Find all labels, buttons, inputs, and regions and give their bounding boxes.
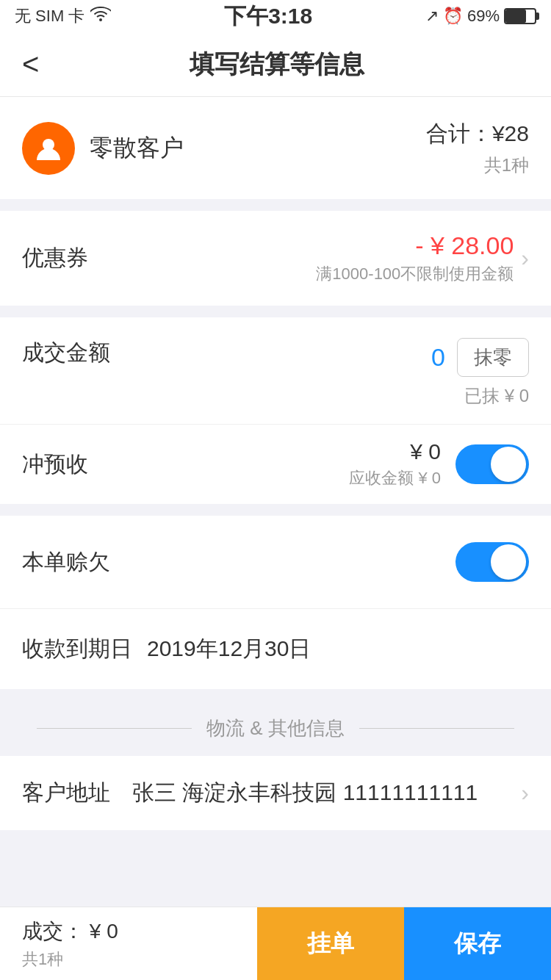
amount-right: 0 抹零: [431, 338, 529, 377]
address-section[interactable]: 客户地址 张三 海淀永丰科技园 11111111111 ›: [0, 756, 551, 830]
customer-section: 零散客户 合计：¥28 共1种: [0, 97, 551, 199]
address-value: 张三 海淀永丰科技园 11111111111: [132, 778, 521, 808]
debt-label: 本单赊欠: [22, 547, 110, 577]
bottom-spacer: [0, 842, 551, 915]
due-date-label: 收款到期日: [22, 634, 132, 664]
nav-bar: < 填写结算等信息: [0, 32, 551, 97]
customer-name: 零散客户: [90, 132, 184, 165]
debt-row: 本单赊欠: [0, 516, 551, 608]
round-button[interactable]: 抹零: [457, 338, 529, 377]
amount-value[interactable]: 0: [431, 343, 445, 372]
battery-percent: 69%: [467, 7, 500, 26]
save-button[interactable]: 保存: [404, 907, 551, 980]
customer-row: 零散客户 合计：¥28 共1种: [0, 97, 551, 199]
advance-amount-wrap: ¥ 0 应收金额 ¥ 0: [349, 439, 441, 489]
wifi-icon: [90, 7, 111, 26]
advance-sub: 应收金额 ¥ 0: [349, 467, 441, 489]
advance-label: 冲预收: [22, 450, 88, 480]
total-amount: 合计：¥28: [426, 119, 529, 149]
back-button[interactable]: <: [22, 48, 54, 81]
divider-1: [0, 689, 551, 701]
coupon-discount: - ¥ 28.00: [316, 231, 514, 260]
amount-label: 成交金额: [22, 338, 110, 368]
coupon-right: - ¥ 28.00 满1000-100不限制使用金额 ›: [316, 231, 529, 285]
amount-sub: 已抹 ¥ 0: [0, 384, 551, 424]
status-right: ↗ ⏰ 69%: [425, 7, 536, 26]
status-bar: 无 SIM 卡 下午3:18 ↗ ⏰ 69%: [0, 0, 551, 32]
coupon-row[interactable]: 优惠券 - ¥ 28.00 满1000-100不限制使用金额 ›: [0, 211, 551, 306]
amount-row: 成交金额 0 抹零: [0, 317, 551, 384]
customer-total: 合计：¥28 共1种: [426, 119, 529, 177]
transaction-section: 成交金额 0 抹零 已抹 ¥ 0 冲预收 ¥ 0 应收金额 ¥ 0: [0, 317, 551, 504]
due-date-value: 2019年12月30日: [147, 634, 311, 664]
coupon-desc: 满1000-100不限制使用金额: [316, 263, 514, 285]
advance-row: 冲预收 ¥ 0 应收金额 ¥ 0: [0, 424, 551, 504]
coupon-label: 优惠券: [22, 243, 88, 273]
alarm-icon: ⏰: [443, 7, 463, 26]
address-chevron-icon: ›: [521, 779, 529, 807]
logistics-header: 物流 & 其他信息: [0, 701, 551, 756]
advance-toggle-knob: [491, 447, 526, 482]
debt-section: 本单赊欠 收款到期日 2019年12月30日: [0, 516, 551, 689]
page-title: 填写结算等信息: [54, 48, 500, 82]
avatar: [22, 122, 75, 175]
total-count: 共1种: [426, 154, 529, 177]
debt-toggle-knob: [491, 544, 526, 580]
bottom-summary: 成交： ¥ 0 共1种: [0, 918, 257, 970]
due-date-row: 收款到期日 2019年12月30日: [0, 608, 551, 689]
hold-button[interactable]: 挂单: [257, 907, 404, 980]
save-label: 保存: [454, 928, 501, 960]
advance-amount: ¥ 0: [349, 439, 441, 464]
bottom-summary-count: 共1种: [22, 948, 235, 970]
hold-label: 挂单: [307, 928, 354, 960]
advance-toggle[interactable]: [455, 444, 529, 484]
customer-left: 零散客户: [22, 122, 184, 175]
location-icon: ↗: [425, 7, 439, 26]
coupon-chevron-icon: ›: [521, 245, 529, 272]
advance-right: ¥ 0 应收金额 ¥ 0: [349, 439, 529, 489]
coupon-section[interactable]: 优惠券 - ¥ 28.00 满1000-100不限制使用金额 ›: [0, 211, 551, 306]
battery-icon: [504, 8, 536, 24]
logistics-label: 物流 & 其他信息: [206, 716, 345, 741]
status-time: 下午3:18: [224, 1, 312, 32]
address-row[interactable]: 客户地址 张三 海淀永丰科技园 11111111111 ›: [0, 756, 551, 830]
debt-toggle[interactable]: [455, 542, 529, 582]
bottom-bar: 成交： ¥ 0 共1种 挂单 保存: [0, 907, 551, 980]
status-left: 无 SIM 卡: [15, 5, 111, 27]
address-label: 客户地址: [22, 778, 110, 808]
bottom-summary-amount: 成交： ¥ 0: [22, 918, 235, 945]
no-sim-label: 无 SIM 卡: [15, 5, 84, 27]
